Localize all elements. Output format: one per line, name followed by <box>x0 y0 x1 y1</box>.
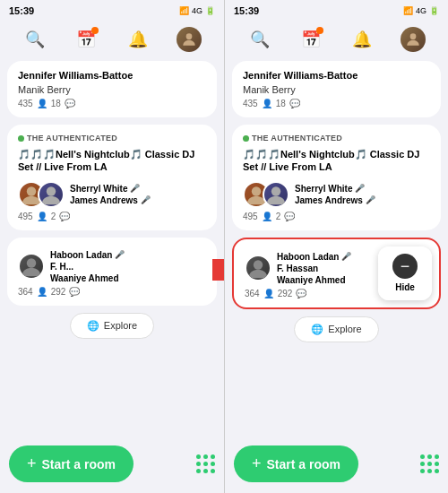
search-icon-left[interactable]: 🔍 <box>22 27 47 52</box>
host2-right: Manik Berry <box>243 84 430 95</box>
hide-overlay[interactable]: Hide <box>378 246 432 300</box>
status-time-right: 15:39 <box>234 5 259 16</box>
right-panel: 15:39 📶 4G 🔋 🔍 📅 🔔 Jennifer Williams-Bat… <box>224 0 448 493</box>
status-bar-right: 15:39 📶 4G 🔋 <box>225 0 448 22</box>
room-card-2-right[interactable]: THE AUTHENTICATED 🎵🎵🎵Nell's Nightclub🎵 C… <box>232 125 441 230</box>
room-speakers-right: Sherryl White 🎤 James Andrews 🎤 <box>243 181 430 208</box>
comment-icon-3-left: 💬 <box>69 287 80 297</box>
signal-text-right: 4G <box>416 6 426 15</box>
person-icon-2-left: 👤 <box>37 212 47 221</box>
svg-marker-4 <box>212 252 224 288</box>
user-avatar-left[interactable] <box>177 27 202 52</box>
signal-text-left: 4G <box>192 6 202 15</box>
svg-point-2 <box>47 186 56 195</box>
speaker-name-1-left: Sherryl White 🎤 <box>70 184 151 194</box>
speaker-names-left: Sherryl White 🎤 James Andrews 🎤 <box>70 184 151 205</box>
speaker-icon-3a-left: 🎤 <box>115 250 125 259</box>
room-meta-2-left: 495 👤 2 💬 <box>18 212 206 221</box>
speaker-avatars-right <box>243 181 289 208</box>
dot-5-left <box>203 462 208 466</box>
dot-4-right <box>420 462 425 466</box>
speaker-avatar-3a-left <box>18 253 45 280</box>
speaker-name-3a-right: Haboon Ladan 🎤 <box>277 252 351 262</box>
room-card-1-right[interactable]: Jennifer Williams-Battoe Manik Berry 435… <box>232 61 441 117</box>
signal-icon-right: 📶 <box>403 6 413 15</box>
person-icon-1-left: 👤 <box>37 99 47 108</box>
globe-icon-left: 🌐 <box>87 320 99 332</box>
tag-dot-left <box>18 135 24 142</box>
dots-grid-right[interactable] <box>420 454 439 473</box>
status-icons-left: 📶 4G 🔋 <box>179 6 215 15</box>
explore-button-left[interactable]: 🌐 Explore <box>70 313 154 339</box>
comment-icon-3-right: 💬 <box>296 289 306 298</box>
room-meta-3-left: 364 👤 292 💬 <box>18 287 206 297</box>
speaker-avatar-2-left <box>38 181 65 208</box>
person-icon-1-right: 👤 <box>262 99 272 108</box>
room-card-2-left[interactable]: THE AUTHENTICATED 🎵🎵🎵Nell's Nightclub🎵 C… <box>7 125 217 230</box>
arrow-indicator <box>212 252 224 291</box>
explore-button-right[interactable]: 🌐 Explore <box>294 316 378 342</box>
speaker-avatar-2-right <box>263 181 289 208</box>
dot-9-left <box>211 469 215 473</box>
speaker-icon-1-right: 🎤 <box>355 184 365 193</box>
dot-2-right <box>427 454 432 459</box>
comment-icon-2-left: 💬 <box>59 212 70 221</box>
battery-icon-right: 🔋 <box>429 6 439 15</box>
calendar-icon-left[interactable]: 📅 <box>73 27 99 52</box>
host1-left: Jennifer Williams-Battoe <box>18 70 206 81</box>
signal-icon-left: 📶 <box>179 6 189 15</box>
room-meta-1-right: 435 👤 18 💬 <box>243 99 430 108</box>
bottom-bar-right: + Start a room <box>225 438 448 493</box>
host1-right: Jennifer Williams-Battoe <box>243 70 430 81</box>
speaker-icon-2-left: 🎤 <box>141 195 151 204</box>
rooms-list-left: Jennifer Williams-Battoe Manik Berry 435… <box>0 57 224 438</box>
svg-point-1 <box>27 186 36 195</box>
hide-icon <box>392 254 418 279</box>
room-title-right: 🎵🎵🎵Nell's Nightclub🎵 Classic DJ Set // L… <box>243 148 430 174</box>
person-icon-2-right: 👤 <box>262 212 272 221</box>
room-meta-1-left: 435 👤 18 💬 <box>18 99 206 108</box>
user-avatar-right[interactable] <box>401 27 426 52</box>
listeners-1-left: 435 <box>18 99 33 108</box>
dot-8-left <box>203 469 208 473</box>
tag-text-left: THE AUTHENTICATED <box>27 134 117 143</box>
svg-point-5 <box>410 33 417 39</box>
hide-label: Hide <box>395 282 415 292</box>
dot-2-left <box>203 454 208 459</box>
room-tag-left: THE AUTHENTICATED <box>18 134 206 143</box>
explore-label-right: Explore <box>328 324 361 334</box>
comment-icon-1-right: 💬 <box>289 99 300 108</box>
speaker-icon-2-right: 🎤 <box>366 195 375 204</box>
room-card-1-left[interactable]: Jennifer Williams-Battoe Manik Berry 435… <box>7 61 217 117</box>
host2-left: Manik Berry <box>18 84 206 95</box>
speaker-names-3-left: Haboon Ladan 🎤 F. H... Waaniye Ahmed <box>50 250 125 283</box>
start-room-button-left[interactable]: + Start a room <box>9 445 134 482</box>
comments-1-right: 18 <box>276 99 286 108</box>
speaker-icon-3a-right: 🎤 <box>341 252 351 261</box>
start-room-button-right[interactable]: + Start a room <box>234 445 358 482</box>
svg-point-7 <box>271 186 280 195</box>
room-card-3-right[interactable]: Haboon Ladan 🎤 F. Hassan Waaniye Ahmed 3… <box>232 238 441 309</box>
speaker-name-3b-left: F. H... <box>50 262 125 272</box>
speaker-name-2-left: James Andrews 🎤 <box>70 195 151 205</box>
status-time-left: 15:39 <box>9 5 34 16</box>
svg-point-8 <box>254 260 263 269</box>
calendar-badge-left <box>91 27 99 34</box>
search-icon-right[interactable]: 🔍 <box>247 27 272 52</box>
bell-icon-left[interactable]: 🔔 <box>125 27 151 52</box>
svg-point-6 <box>252 186 261 195</box>
bottom-bar-left: + Start a room <box>0 438 224 493</box>
dot-6-left <box>211 462 215 466</box>
calendar-icon-right[interactable]: 📅 <box>298 27 323 52</box>
speaker-avatars-3-right <box>245 255 271 281</box>
dots-grid-left[interactable] <box>196 454 215 473</box>
bell-icon-right[interactable]: 🔔 <box>349 27 375 52</box>
dot-5-right <box>427 462 432 466</box>
start-room-label-left: Start a room <box>42 457 116 471</box>
person-icon-3-right: 👤 <box>263 289 274 298</box>
status-bar-left: 15:39 📶 4G 🔋 <box>0 0 224 22</box>
explore-label-left: Explore <box>104 320 137 331</box>
status-icons-right: 📶 4G 🔋 <box>403 6 439 15</box>
speaker-names-right: Sherryl White 🎤 James Andrews 🎤 <box>295 184 375 205</box>
room-card-3-left[interactable]: Haboon Ladan 🎤 F. H... Waaniye Ahmed 364… <box>7 238 217 306</box>
